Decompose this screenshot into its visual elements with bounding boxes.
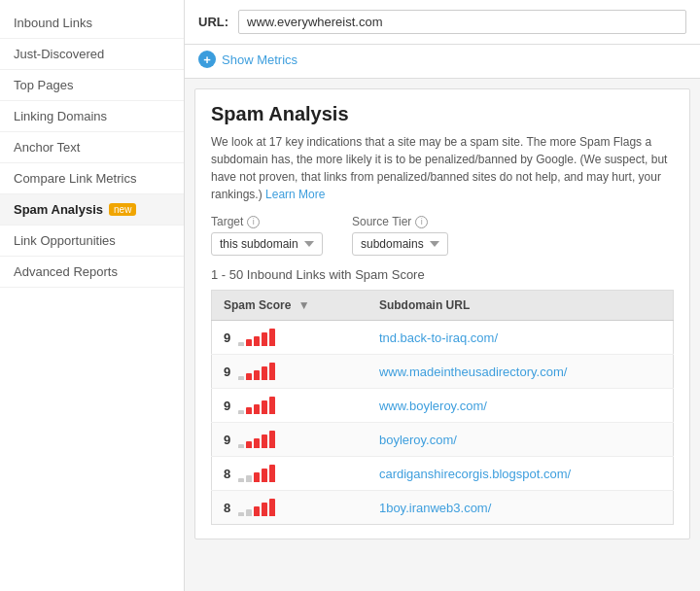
subdomain-url-link[interactable]: 1boy.iranweb3.com/ <box>379 501 491 515</box>
subdomain-url-cell: www.boyleroy.com/ <box>368 389 674 423</box>
subdomain-url-cell: www.madeintheusadirectory.com/ <box>368 355 674 389</box>
sidebar-item-label: Spam Analysis <box>14 202 103 217</box>
score-value: 9 <box>224 433 230 447</box>
url-bar: URL: <box>185 0 700 45</box>
sidebar-item-label: Anchor Text <box>14 140 80 155</box>
col-spam-score[interactable]: Spam Score ▼ <box>212 291 368 321</box>
spam-bar-chart <box>238 363 275 380</box>
score-value: 8 <box>224 467 230 481</box>
sidebar-item-anchor-text[interactable]: Anchor Text <box>0 132 184 163</box>
target-filter-group: Target i this subdomain this domain all … <box>211 215 323 256</box>
score-value: 9 <box>224 399 230 413</box>
spam-bar-chart <box>238 329 275 346</box>
show-metrics-button[interactable]: Show Metrics <box>222 52 298 67</box>
spam-score-cell: 9 <box>212 321 368 355</box>
target-info-icon: i <box>247 216 260 228</box>
spam-analysis-title: Spam Analysis <box>211 103 674 125</box>
table-row: 9www.madeintheusadirectory.com/ <box>212 355 674 389</box>
source-tier-label: Source Tier i <box>352 215 448 228</box>
table-row: 8cardiganshirecorgis.blogspot.com/ <box>212 457 674 491</box>
table-row: 81boy.iranweb3.com/ <box>212 491 674 525</box>
score-value: 8 <box>224 501 230 515</box>
score-value: 9 <box>224 330 230 345</box>
table-row: 9tnd.back-to-iraq.com/ <box>212 321 674 355</box>
url-input[interactable] <box>238 10 686 34</box>
filter-row: Target i this subdomain this domain all … <box>211 215 674 256</box>
sidebar-item-inbound-links[interactable]: Inbound Links <box>0 8 184 39</box>
spam-analysis-section: Spam Analysis We look at 17 key indicati… <box>194 88 690 539</box>
col-subdomain-url: Subdomain URL <box>368 291 674 321</box>
source-tier-select[interactable]: subdomains domains pages <box>352 232 448 256</box>
spam-bar-chart <box>238 465 275 482</box>
sidebar-item-just-discovered[interactable]: Just-Discovered <box>0 39 184 70</box>
spam-score-cell: 9 <box>212 389 368 423</box>
source-tier-filter-group: Source Tier i subdomains domains pages <box>352 215 448 256</box>
sidebar-item-label: Compare Link Metrics <box>14 171 136 186</box>
sidebar-item-label: Inbound Links <box>14 16 92 30</box>
new-badge: new <box>109 203 136 216</box>
sidebar-item-linking-domains[interactable]: Linking Domains <box>0 101 184 132</box>
score-value: 9 <box>224 365 230 379</box>
spam-bar-chart <box>238 431 275 448</box>
spam-score-cell: 8 <box>212 491 368 525</box>
spam-score-cell: 8 <box>212 457 368 491</box>
subdomain-url-cell: boyleroy.com/ <box>368 423 674 457</box>
learn-more-link[interactable]: Learn More <box>265 188 325 201</box>
url-label: URL: <box>198 15 228 29</box>
subdomain-url-link[interactable]: www.boyleroy.com/ <box>379 399 487 413</box>
subdomain-url-link[interactable]: www.madeintheusadirectory.com/ <box>379 365 567 379</box>
subdomain-url-cell: 1boy.iranweb3.com/ <box>368 491 674 525</box>
sidebar-item-label: Linking Domains <box>14 109 107 123</box>
range-text: 1 - 50 Inbound Links with Spam Score <box>211 267 674 282</box>
sidebar-item-compare-link-metrics[interactable]: Compare Link Metrics <box>0 163 184 194</box>
sidebar-item-label: Just-Discovered <box>14 47 104 61</box>
sidebar-item-spam-analysis[interactable]: Spam Analysis new <box>0 194 184 226</box>
spam-score-cell: 9 <box>212 355 368 389</box>
show-metrics-bar: + Show Metrics <box>185 45 700 79</box>
target-label: Target i <box>211 215 323 228</box>
spam-table: Spam Score ▼ Subdomain URL 9tnd.back-to-… <box>211 290 674 525</box>
table-row: 9boyleroy.com/ <box>212 423 674 457</box>
sidebar-item-advanced-reports[interactable]: Advanced Reports <box>0 257 184 288</box>
sort-icon: ▼ <box>298 298 310 312</box>
sidebar-item-label: Top Pages <box>14 78 73 92</box>
sidebar-item-label: Advanced Reports <box>14 264 118 279</box>
spam-analysis-description: We look at 17 key indications that a sit… <box>211 133 674 203</box>
spam-bar-chart <box>238 499 275 516</box>
plus-icon: + <box>198 51 216 68</box>
spam-bar-chart <box>238 397 275 414</box>
subdomain-url-link[interactable]: tnd.back-to-iraq.com/ <box>379 330 498 345</box>
subdomain-url-cell: cardiganshirecorgis.blogspot.com/ <box>368 457 674 491</box>
subdomain-url-link[interactable]: boyleroy.com/ <box>379 433 457 447</box>
spam-score-cell: 9 <box>212 423 368 457</box>
subdomain-url-cell: tnd.back-to-iraq.com/ <box>368 321 674 355</box>
source-tier-info-icon: i <box>415 216 428 228</box>
target-select[interactable]: this subdomain this domain all subdomain… <box>211 232 323 256</box>
sidebar-item-top-pages[interactable]: Top Pages <box>0 70 184 101</box>
subdomain-url-link[interactable]: cardiganshirecorgis.blogspot.com/ <box>379 467 571 481</box>
main-content: URL: + Show Metrics Spam Analysis We loo… <box>185 0 700 591</box>
sidebar-item-link-opportunities[interactable]: Link Opportunities <box>0 226 184 257</box>
table-row: 9www.boyleroy.com/ <box>212 389 674 423</box>
sidebar-item-label: Link Opportunities <box>14 233 116 248</box>
sidebar: Inbound Links Just-Discovered Top Pages … <box>0 0 185 591</box>
